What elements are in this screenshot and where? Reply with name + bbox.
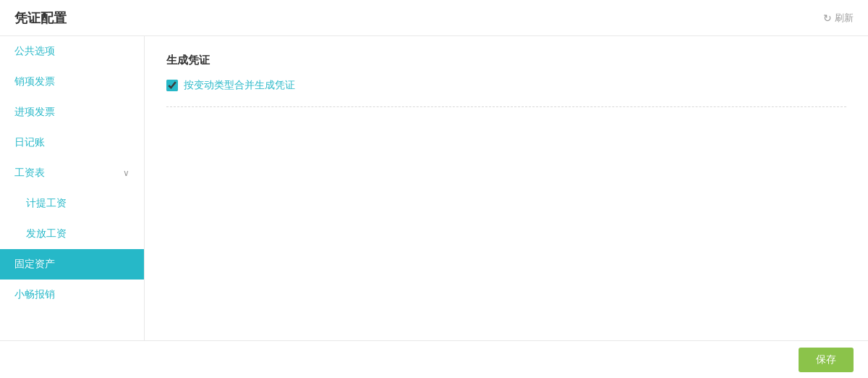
sidebar-item-pay-salary[interactable]: 发放工资 xyxy=(0,219,144,249)
sidebar-label-payroll-table: 工资表 xyxy=(14,167,45,180)
chevron-down-icon: ∨ xyxy=(123,168,129,178)
main-content: 公共选项销项发票进项发票日记账工资表∨计提工资发放工资固定资产小畅报销 生成凭证… xyxy=(0,36,868,340)
sidebar-item-purchase-invoice[interactable]: 进项发票 xyxy=(0,97,144,127)
page-title: 凭证配置 xyxy=(14,9,67,27)
page-header: 凭证配置 ↻ 刷新 xyxy=(0,0,868,36)
sidebar-label-accrued-salary: 计提工资 xyxy=(26,197,67,210)
sidebar-item-sales-invoice[interactable]: 销项发票 xyxy=(0,67,144,97)
sidebar-label-sales-invoice: 销项发票 xyxy=(14,75,55,88)
sidebar-label-public-options: 公共选项 xyxy=(14,45,55,58)
sidebar-label-purchase-invoice: 进项发票 xyxy=(14,106,55,119)
sidebar-item-payroll-table[interactable]: 工资表∨ xyxy=(0,158,144,188)
sidebar: 公共选项销项发票进项发票日记账工资表∨计提工资发放工资固定资产小畅报销 xyxy=(0,36,145,340)
sidebar-item-accrued-salary[interactable]: 计提工资 xyxy=(0,188,144,219)
refresh-label: 刷新 xyxy=(835,12,854,25)
sidebar-label-journal: 日记账 xyxy=(14,136,45,149)
merge-voucher-checkbox[interactable] xyxy=(166,80,178,91)
sidebar-item-fixed-assets[interactable]: 固定资产 xyxy=(0,249,144,280)
section-title: 生成凭证 xyxy=(166,54,846,67)
merge-voucher-label[interactable]: 按变动类型合并生成凭证 xyxy=(184,79,295,92)
page-footer: 保存 xyxy=(0,340,868,378)
refresh-icon: ↻ xyxy=(823,12,832,24)
sidebar-label-fixed-assets: 固定资产 xyxy=(14,258,55,271)
sidebar-label-pay-salary: 发放工资 xyxy=(26,227,67,240)
sidebar-item-expense-report[interactable]: 小畅报销 xyxy=(0,280,144,310)
refresh-button[interactable]: ↻ 刷新 xyxy=(823,12,854,25)
section-divider xyxy=(166,106,846,107)
checkbox-row: 按变动类型合并生成凭证 xyxy=(166,79,846,92)
sidebar-item-journal[interactable]: 日记账 xyxy=(0,127,144,158)
content-area: 生成凭证 按变动类型合并生成凭证 xyxy=(145,36,868,340)
sidebar-item-public-options[interactable]: 公共选项 xyxy=(0,36,144,67)
save-button[interactable]: 保存 xyxy=(799,348,854,372)
sidebar-label-expense-report: 小畅报销 xyxy=(14,288,55,301)
